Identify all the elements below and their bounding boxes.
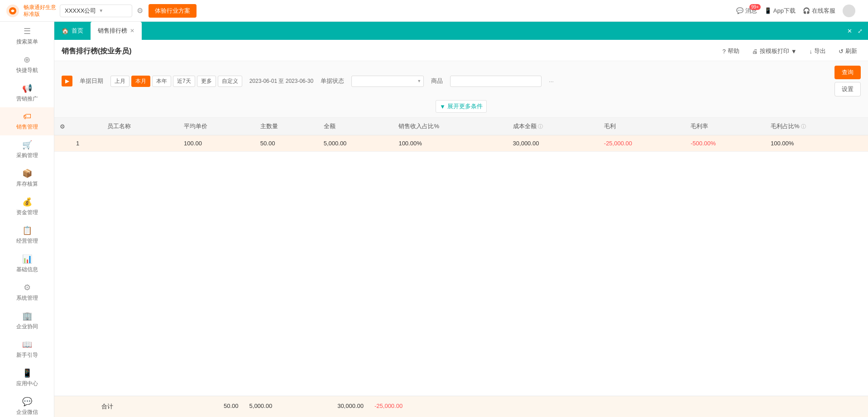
cell-main-qty: 50.00 (255, 135, 318, 152)
experience-btn[interactable]: 体验行业方案 (149, 4, 197, 18)
header-right: 💬 消息 99+ 📱 App下载 🎧 在线客服 (736, 5, 863, 17)
company-settings-icon[interactable]: ⚙ (137, 6, 143, 15)
company-selector[interactable]: XXXXX公司 ▼ (60, 5, 132, 17)
sidebar-label-search: 搜索菜单 (16, 38, 38, 46)
sidebar-item-purchase[interactable]: 🛒 采购管理 (0, 135, 54, 164)
sidebar-item-app-center[interactable]: 📱 应用中心 (0, 364, 54, 392)
system-icon: ⚙ (24, 283, 31, 292)
sidebar-item-quick-nav[interactable]: ⊕ 快捷导航 (0, 50, 54, 79)
content-area: 🏠 首页 销售排行榜 ✕ ✕ ⤢ 销售排行榜(按业务员) ? 帮助 (54, 22, 868, 417)
export-btn[interactable]: ↓ 导出 (806, 45, 830, 57)
goods-input[interactable] (450, 76, 542, 87)
sidebar-label-enterprise: 企业协同 (16, 323, 38, 331)
query-btn[interactable]: 查询 (834, 66, 861, 79)
page-title: 销售排行榜(按业务员) (62, 47, 132, 56)
sidebar: ☰ 搜索菜单 ⊕ 快捷导航 📢 营销推广 🏷 销售管理 🛒 采购管理 📦 库存核… (0, 22, 54, 417)
sidebar-item-sales[interactable]: 🏷 销售管理 (0, 107, 54, 135)
col-header-amount: 全额 (318, 118, 393, 135)
date-btn-group: 上月 本月 本年 近7天 更多 自定义 (110, 76, 242, 87)
sidebar-item-guide[interactable]: 📖 新手引导 (0, 335, 54, 364)
footer-spacer-ratio (278, 401, 332, 412)
cost-info-icon[interactable]: ⓘ (538, 124, 543, 129)
tab-sales-rank[interactable]: 销售排行榜 ✕ (91, 22, 142, 40)
footer-main-qty: 50.00 (218, 401, 244, 412)
logo-icon (5, 4, 20, 18)
table-container: ⚙ 员工名称 平均单价 主数量 全额 销售收入占比% 成本全额 ⓘ 毛利 毛利率… (54, 118, 868, 396)
app-download-label: App下载 (773, 7, 796, 15)
tab-close-all-icon[interactable]: ✕ (847, 28, 852, 34)
company-dropdown-icon: ▼ (99, 8, 103, 13)
sidebar-item-marketing[interactable]: 📢 营销推广 (0, 79, 54, 107)
right-action-col: 查询 设置 (834, 66, 861, 96)
basic-info-icon: 📊 (22, 254, 32, 264)
page-actions: ? 帮助 🖨 按模板打印 ▼ ↓ 导出 ↺ 刷新 (719, 45, 861, 57)
sidebar-label-wechat: 企业微信 (16, 408, 38, 416)
date-custom-btn[interactable]: 自定义 (218, 76, 242, 87)
help-btn[interactable]: ? 帮助 (719, 45, 743, 57)
message-badge: 99+ (749, 4, 761, 10)
refresh-btn[interactable]: ↺ 刷新 (835, 45, 861, 57)
footer-label (60, 401, 96, 412)
cell-avg-price: 100.00 (178, 135, 255, 152)
cell-gross-margin: -500.00% (685, 135, 765, 152)
status-filter-label: 单据状态 (321, 77, 344, 85)
sidebar-item-operations[interactable]: 📋 经营管理 (0, 221, 54, 249)
avatar[interactable] (843, 5, 855, 17)
sidebar-item-search-order[interactable]: ☰ 搜索菜单 (0, 22, 54, 50)
tab-restore-icon[interactable]: ⤢ (858, 28, 863, 34)
top-header: 畅康通好生意 标准版 XXXXX公司 ▼ ⚙ 体验行业方案 💬 消息 99+ 📱… (0, 0, 868, 22)
table-head: ⚙ 员工名称 平均单价 主数量 全额 销售收入占比% 成本全额 ⓘ 毛利 毛利率… (54, 118, 868, 135)
col-header-gross-profit: 毛利 (599, 118, 685, 135)
main-layout: ☰ 搜索菜单 ⊕ 快捷导航 📢 营销推广 🏷 销售管理 🛒 采购管理 📦 库存核… (0, 22, 868, 417)
tab-home[interactable]: 🏠 首页 (54, 22, 91, 40)
tab-close-icon[interactable]: ✕ (130, 28, 134, 34)
sidebar-item-basic-info[interactable]: 📊 基础信息 (0, 249, 54, 278)
data-table: ⚙ 员工名称 平均单价 主数量 全额 销售收入占比% 成本全额 ⓘ 毛利 毛利率… (54, 118, 868, 152)
filter-bar: ▶ 单据日期 上月 本月 本年 近7天 更多 自定义 2023-06-01 至 … (54, 61, 868, 118)
col-header-settings[interactable]: ⚙ (54, 118, 71, 135)
status-select-wrap (351, 76, 424, 87)
settings-btn[interactable]: 设置 (834, 82, 861, 96)
sidebar-label-sales: 销售管理 (16, 123, 38, 131)
date-this-year-btn[interactable]: 本年 (152, 76, 171, 87)
print-icon: 🖨 (752, 48, 758, 55)
table-header-row: ⚙ 员工名称 平均单价 主数量 全额 销售收入占比% 成本全额 ⓘ 毛利 毛利率… (54, 118, 868, 135)
template-print-btn[interactable]: 🖨 按模板打印 ▼ (748, 45, 801, 57)
sidebar-item-system[interactable]: ⚙ 系统管理 (0, 278, 54, 307)
message-btn[interactable]: 💬 消息 99+ (736, 7, 757, 15)
page-header: 销售排行榜(按业务员) ? 帮助 🖨 按模板打印 ▼ ↓ 导出 (54, 40, 868, 61)
company-name: XXXXX公司 (65, 7, 96, 15)
col-header-rank (71, 118, 102, 135)
sales-icon: 🏷 (23, 112, 31, 121)
operations-icon: 📋 (22, 225, 32, 235)
gross-ratio-info-icon[interactable]: ⓘ (801, 124, 806, 129)
sidebar-item-finance[interactable]: 💰 资金管理 (0, 192, 54, 221)
footer-total-label: 合计 (96, 401, 119, 412)
filter-more-icon[interactable]: ··· (549, 78, 554, 85)
col-header-gross-margin: 毛利率 (685, 118, 765, 135)
app-center-icon: 📱 (22, 368, 32, 378)
sidebar-label-quick: 快捷导航 (16, 67, 38, 74)
app-download-btn[interactable]: 📱 App下载 (764, 7, 796, 15)
sidebar-label-operations: 经营管理 (16, 237, 38, 245)
footer-spacer-employee (119, 401, 173, 412)
date-last7-btn[interactable]: 近7天 (173, 76, 195, 87)
date-prev-month-btn[interactable]: 上月 (110, 76, 129, 87)
sidebar-item-inventory[interactable]: 📦 库存核算 (0, 164, 54, 192)
marketing-icon: 📢 (22, 83, 32, 93)
online-service-btn[interactable]: 🎧 在线客服 (803, 7, 835, 15)
inventory-icon: 📦 (22, 168, 32, 178)
date-more-btn[interactable]: 更多 (197, 76, 216, 87)
online-service-label: 在线客服 (812, 7, 835, 15)
sidebar-item-wechat[interactable]: 💬 企业微信 (0, 392, 54, 417)
sidebar-item-enterprise[interactable]: 🏢 企业协同 (0, 307, 54, 335)
logo-area: 畅康通好生意 标准版 (5, 4, 60, 18)
app-download-icon: 📱 (764, 7, 772, 14)
home-icon: 🏠 (62, 28, 69, 34)
expand-conditions-btn[interactable]: ▼ 展开更多条件 (436, 100, 487, 113)
headset-icon: 🎧 (803, 7, 810, 14)
expand-arrow-btn[interactable]: ▶ (62, 76, 72, 86)
status-select[interactable] (351, 76, 424, 87)
date-this-month-btn[interactable]: 本月 (131, 76, 150, 87)
cell-gross-profit: -25,000.00 (599, 135, 685, 152)
